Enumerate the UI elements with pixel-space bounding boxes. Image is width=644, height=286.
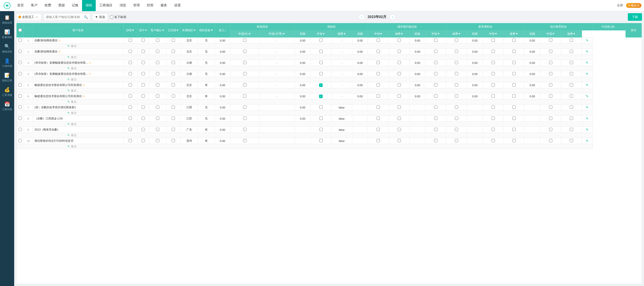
row-select-checkbox[interactable]: [18, 39, 22, 42]
qingka-cell[interactable]: [137, 127, 149, 133]
row-checkbox[interactable]: [455, 105, 458, 109]
row-checkbox[interactable]: [492, 139, 495, 142]
row-checkbox[interactable]: [398, 72, 401, 75]
local-shen-header[interactable]: 申报▼: [483, 30, 503, 38]
fin-year-cell[interactable]: [230, 116, 259, 122]
stamp-shen-cell[interactable]: [540, 93, 561, 99]
row-checkbox[interactable]: [243, 61, 246, 64]
row-select-checkbox[interactable]: [18, 61, 22, 64]
row-select-cell[interactable]: [17, 127, 24, 133]
row-checkbox[interactable]: [434, 139, 437, 142]
row-checkbox[interactable]: [129, 117, 132, 120]
row-checkbox[interactable]: [319, 117, 323, 120]
leftnav-item-批量报税[interactable]: 📊批量报税: [0, 27, 14, 41]
stamp-fee-header[interactable]: 缴费▼: [561, 30, 582, 38]
topnav-item-管理[interactable]: 管理: [130, 0, 143, 11]
stamp-shen-header[interactable]: 申报▼: [540, 30, 561, 38]
chaoshui-cell[interactable]: [123, 82, 137, 88]
vat-shen-cell[interactable]: [310, 60, 331, 66]
row-checkbox[interactable]: [129, 128, 132, 131]
confirm-cell[interactable]: [149, 38, 166, 44]
stamp-shen-cell[interactable]: [540, 116, 561, 122]
row-checkbox[interactable]: [455, 50, 458, 53]
row-checkbox[interactable]: [549, 105, 552, 109]
row-checkbox[interactable]: [398, 105, 401, 109]
row-checkbox[interactable]: [492, 128, 495, 131]
remark-cell[interactable]: ✎ 备注:: [17, 122, 593, 127]
local-fee-cell[interactable]: [504, 82, 524, 88]
row-select-cell[interactable]: [17, 93, 24, 99]
vat-shen-cell[interactable]: [310, 71, 331, 77]
fin-year-cell[interactable]: [230, 60, 259, 66]
local-shen-cell[interactable]: [483, 82, 503, 88]
local-shen-cell[interactable]: [483, 38, 503, 44]
row-checkbox[interactable]: [156, 117, 159, 120]
row-checkbox[interactable]: [549, 128, 552, 131]
chaoshui-cell[interactable]: [123, 127, 137, 133]
next-month-button[interactable]: ›: [389, 14, 396, 20]
leftnav-item-个税申报[interactable]: 👤个税申报: [0, 56, 14, 70]
local-shen-cell[interactable]: [483, 104, 503, 111]
topnav-item-设置[interactable]: 设置: [171, 0, 184, 11]
row-checkbox[interactable]: [172, 94, 175, 98]
row-checkbox[interactable]: [570, 50, 573, 53]
stamp-shen-cell[interactable]: [540, 82, 561, 88]
paid-cell[interactable]: [166, 138, 181, 144]
row-checkbox[interactable]: [512, 39, 516, 42]
filter-button[interactable]: ▼ 筛选: [92, 13, 108, 21]
row-checkbox[interactable]: [142, 72, 145, 75]
vat-shen-cell[interactable]: ✓: [310, 93, 331, 99]
row-checkbox[interactable]: [492, 61, 495, 64]
row-checkbox[interactable]: [549, 61, 552, 64]
row-select-checkbox[interactable]: [18, 139, 22, 142]
edu-fee-cell[interactable]: [446, 138, 467, 144]
topnav-item-服务[interactable]: 服务: [157, 0, 171, 11]
row-checkbox[interactable]: [377, 39, 380, 42]
row-checkbox[interactable]: [377, 117, 380, 120]
paid-cell[interactable]: [166, 60, 181, 66]
vat-shen-cell[interactable]: [310, 127, 331, 133]
row-checkbox[interactable]: [549, 139, 552, 142]
city-fee-header[interactable]: 缴费▼: [389, 30, 409, 38]
edu-fee-header[interactable]: 缴费▼: [446, 30, 467, 38]
topnav-item-消息[interactable]: 消息: [116, 0, 130, 11]
paid-cell[interactable]: [166, 82, 181, 88]
row-checkbox[interactable]: [492, 39, 495, 42]
stamp-shen-cell[interactable]: [540, 60, 561, 66]
row-checkbox[interactable]: [319, 72, 323, 75]
edit-icon[interactable]: ✎: [586, 61, 589, 65]
city-shen-cell[interactable]: [368, 49, 389, 55]
local-fee-cell[interactable]: [504, 49, 524, 55]
city-fee-cell[interactable]: [389, 127, 409, 133]
fin-year-cell[interactable]: [230, 93, 259, 99]
city-shen-cell[interactable]: [368, 104, 389, 111]
location-header[interactable]: 所属地区▼: [181, 23, 198, 38]
row-checkbox[interactable]: [319, 128, 323, 131]
row-checkbox[interactable]: [434, 83, 437, 86]
local-fee-cell[interactable]: [504, 60, 524, 66]
city-shen-header[interactable]: 申报▼: [368, 30, 389, 38]
paid-cell[interactable]: [166, 127, 181, 133]
qingka-cell[interactable]: [137, 116, 149, 122]
row-checkbox[interactable]: [319, 61, 323, 64]
vat-shen-cell[interactable]: ✓: [310, 82, 331, 88]
edu-shen-cell[interactable]: [425, 116, 446, 122]
fullscreen-btn[interactable]: 全屏: [617, 3, 623, 8]
chaoshui-cell[interactable]: [123, 93, 137, 99]
local-shen-cell[interactable]: [483, 49, 503, 55]
stamp-shen-cell[interactable]: [540, 138, 561, 144]
row-checkbox[interactable]: [455, 83, 458, 86]
row-checkbox[interactable]: [243, 139, 246, 142]
fin-year-cell[interactable]: [230, 104, 259, 111]
row-checkbox[interactable]: [434, 128, 437, 131]
row-checkbox[interactable]: [142, 105, 145, 109]
device-header[interactable]: 税控设备▼: [198, 23, 215, 38]
row-checkbox[interactable]: [319, 139, 323, 142]
confirm-cell[interactable]: [149, 138, 166, 144]
row-checkbox[interactable]: [243, 128, 246, 131]
row-checkbox[interactable]: [570, 105, 573, 109]
city-fee-cell[interactable]: [389, 138, 409, 144]
city-shen-cell[interactable]: [368, 60, 389, 66]
row-checkbox[interactable]: [455, 117, 458, 120]
row-checkbox[interactable]: [156, 128, 159, 131]
